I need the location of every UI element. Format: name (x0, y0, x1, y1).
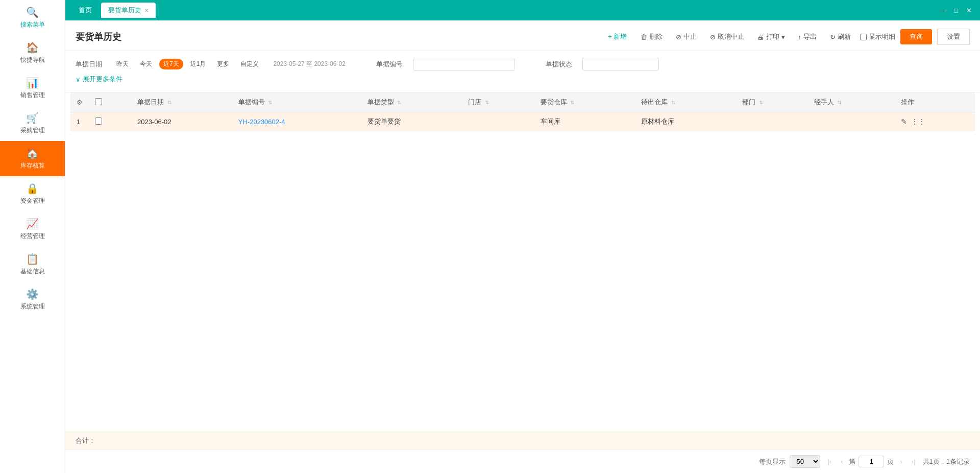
topbar: 首页 要货单历史 ✕ — □ ✕ (65, 0, 980, 20)
row-doc-date: 2023-06-02 (131, 112, 232, 131)
row-index: 1 (70, 112, 89, 131)
select-all-checkbox[interactable] (95, 98, 102, 105)
th-handler[interactable]: 经手人 ⇅ (808, 92, 894, 112)
new-button[interactable]: + 新增 (604, 30, 631, 43)
tab-close-icon[interactable]: ✕ (144, 8, 149, 13)
sidebar-item-basic[interactable]: 📋 基础信息 (0, 247, 65, 282)
stop-button[interactable]: ⊘ 中止 (672, 30, 701, 43)
th-doc-type[interactable]: 单据类型 ⇅ (361, 92, 462, 112)
table-header-row: ⚙ 单据日期 ⇅ 单据编号 ⇅ 单据类型 ⇅ (70, 92, 975, 112)
row-department (736, 112, 808, 131)
doc-number-input[interactable] (413, 58, 515, 70)
first-page-button[interactable]: |‹ (824, 457, 835, 466)
settings-button[interactable]: 设置 (937, 29, 970, 45)
sidebar-search[interactable]: 🔍 搜索菜单 (0, 0, 65, 35)
th-pending-warehouse[interactable]: 待出仓库 ⇅ (635, 92, 736, 112)
maximize-button[interactable]: □ (952, 5, 960, 16)
query-button[interactable]: 查询 (900, 29, 932, 44)
print-label: 打印 (766, 32, 779, 41)
tab-requisition-history[interactable]: 要货单历史 ✕ (101, 3, 156, 18)
export-button[interactable]: ↑ 导出 (794, 30, 821, 43)
tab-requisition-label: 要货单历史 (108, 6, 141, 15)
table-row[interactable]: 1 2023-06-02 YH-20230602-4 要货单要货 车间库 原材料… (70, 112, 975, 131)
sidebar-item-purchase[interactable]: 🛒 采购管理 (0, 106, 65, 141)
row-detail-button[interactable]: ⋮⋮ (911, 117, 925, 126)
expand-icon: ∨ (76, 76, 81, 83)
refresh-button[interactable]: ↻ 刷新 (826, 30, 855, 43)
date-btn-1month[interactable]: 近1月 (186, 59, 210, 69)
page-header: 要货单历史 + 新增 🗑 删除 ⊘ 中止 ⊘ 取消中止 🖨 (65, 20, 980, 51)
purchase-icon: 🛒 (26, 112, 39, 124)
close-button[interactable]: ✕ (964, 5, 974, 16)
filter-row-2: ∨ 展开更多条件 (76, 75, 970, 84)
date-btn-7days[interactable]: 近7天 (159, 59, 183, 69)
table-footer: 合计： (65, 432, 980, 450)
th-store[interactable]: 门店 ⇅ (462, 92, 534, 112)
sidebar-item-label: 经营管理 (20, 232, 45, 241)
page-number-input[interactable] (859, 456, 884, 467)
tab-home-label: 首页 (79, 6, 92, 15)
sales-icon: 📊 (26, 77, 39, 89)
date-filter-label: 单据日期 (76, 60, 102, 69)
sidebar-item-sales[interactable]: 📊 销售管理 (0, 70, 65, 106)
display-detail-input[interactable] (860, 34, 867, 40)
date-btn-more[interactable]: 更多 (213, 59, 233, 69)
last-page-button[interactable]: ›| (909, 457, 919, 466)
prev-page-button[interactable]: ‹ (838, 457, 846, 466)
row-pending-warehouse: 原材料仓库 (635, 112, 736, 131)
sidebar-item-label: 基础信息 (20, 267, 45, 276)
row-checkbox[interactable] (89, 112, 131, 131)
main-area: 首页 要货单历史 ✕ — □ ✕ 要货单历史 + 新增 🗑 删除 (65, 0, 980, 473)
delete-label: 删除 (649, 32, 663, 41)
cancel-stop-icon: ⊘ (710, 33, 716, 41)
sidebar-item-operation[interactable]: 📈 经营管理 (0, 211, 65, 247)
sort-icon-doc-date: ⇅ (167, 100, 172, 105)
date-btn-yesterday[interactable]: 昨天 (112, 59, 133, 69)
page-size-select[interactable]: 50 10 20 100 (790, 455, 820, 468)
th-checkbox (89, 92, 131, 112)
th-doc-date[interactable]: 单据日期 ⇅ (131, 92, 232, 112)
doc-number-label: 单据编号 (376, 60, 403, 69)
row-edit-button[interactable]: ✎ (901, 117, 907, 126)
date-btn-today[interactable]: 今天 (136, 59, 156, 69)
home-icon: 🏠 (26, 41, 39, 54)
finance-icon: 🔒 (26, 182, 39, 195)
col-req-warehouse-label: 要货仓库 (541, 98, 567, 106)
row-doc-number[interactable]: YH-20230602-4 (232, 112, 361, 131)
page-size-label: 每页显示 (759, 457, 786, 466)
table-container: ⚙ 单据日期 ⇅ 单据编号 ⇅ 单据类型 ⇅ (65, 92, 980, 432)
date-btn-custom[interactable]: 自定义 (236, 59, 263, 69)
page-title: 要货单历史 (76, 31, 121, 43)
doc-number-link[interactable]: YH-20230602-4 (238, 118, 285, 126)
print-icon: 🖨 (757, 33, 764, 41)
th-department[interactable]: 部门 ⇅ (736, 92, 808, 112)
sidebar-item-label: 资金管理 (20, 197, 45, 205)
delete-icon: 🗑 (641, 33, 647, 41)
sidebar-item-label: 采购管理 (20, 126, 45, 135)
search-icon: 🔍 (26, 6, 39, 18)
sidebar-item-quick-nav[interactable]: 🏠 快捷导航 (0, 35, 65, 70)
col-handler-label: 经手人 (814, 98, 834, 106)
th-doc-number[interactable]: 单据编号 ⇅ (232, 92, 361, 112)
sidebar-item-finance[interactable]: 🔒 资金管理 (0, 176, 65, 211)
status-select[interactable] (582, 58, 659, 70)
sort-icon-pending-warehouse: ⇅ (671, 100, 675, 105)
refresh-icon: ↻ (830, 33, 836, 41)
print-button[interactable]: 🖨 打印 ▾ (753, 30, 789, 43)
page-navigation: |‹ ‹ 第 页 › ›| (824, 456, 918, 467)
tab-home[interactable]: 首页 (71, 3, 99, 18)
sidebar-item-system[interactable]: ⚙️ 系统管理 (0, 282, 65, 317)
th-settings: ⚙ (70, 92, 89, 112)
th-req-warehouse[interactable]: 要货仓库 ⇅ (534, 92, 635, 112)
cancel-stop-button[interactable]: ⊘ 取消中止 (706, 30, 748, 43)
display-detail-checkbox[interactable]: 显示明细 (860, 32, 895, 41)
row-select-checkbox[interactable] (95, 117, 102, 125)
toolbar: + 新增 🗑 删除 ⊘ 中止 ⊘ 取消中止 🖨 打印 ▾ (604, 29, 970, 45)
delete-button[interactable]: 🗑 删除 (636, 30, 667, 43)
sidebar-item-inventory[interactable]: 🏠 库存核算 (0, 141, 65, 176)
expand-conditions-button[interactable]: ∨ 展开更多条件 (76, 75, 122, 84)
display-detail-label: 显示明细 (869, 32, 895, 41)
filter-row-1: 单据日期 昨天 今天 近7天 近1月 更多 自定义 2023-05-27 至 2… (76, 58, 970, 70)
minimize-button[interactable]: — (937, 5, 948, 16)
next-page-button[interactable]: › (897, 457, 905, 466)
